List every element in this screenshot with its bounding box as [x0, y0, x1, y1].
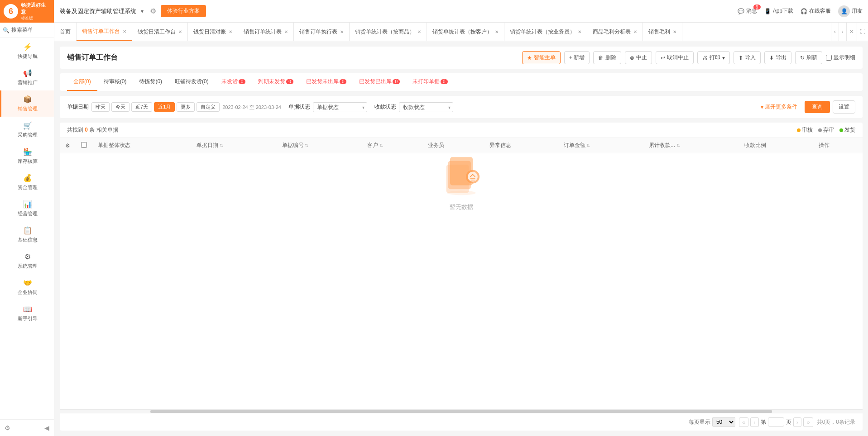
tab-maximize[interactable]: ⛶ — [857, 23, 868, 41]
page-last-btn[interactable]: » — [803, 417, 813, 427]
import-btn[interactable]: ⬆ 导入 — [734, 51, 761, 64]
show-detail-label[interactable]: 显示明细 — [826, 54, 855, 62]
sidebar-item-inventory[interactable]: 🏪 库存核算 — [0, 143, 54, 169]
date-today[interactable]: 今天 — [111, 102, 129, 112]
tab-sales-stat-goods[interactable]: 销货单统计表（按商品） ✕ — [350, 23, 427, 41]
sidebar-item-guide[interactable]: 📖 新手引导 — [0, 300, 54, 327]
filter-tab-not-shipped[interactable]: 未发货0 — [215, 73, 252, 91]
quick-ship-btn[interactable]: 发货 — [839, 126, 855, 134]
tab-scroll-left[interactable]: ‹ — [831, 23, 839, 41]
tab-sales-stat-close[interactable]: ✕ — [284, 29, 288, 34]
filter-tab-overdue[interactable]: 到期未发货0 — [252, 73, 300, 91]
topbar-settings-icon[interactable]: ⚙ — [150, 7, 156, 15]
filter-tab-shipped-not-out[interactable]: 已发货未出库0 — [300, 73, 353, 91]
payment-filter: 收款状态 收款状态 — [374, 102, 453, 112]
add-btn[interactable]: + 新增 — [564, 51, 590, 64]
date-custom[interactable]: 自定义 — [197, 102, 220, 112]
sidebar-item-marketing[interactable]: 📢 营销推广 — [0, 64, 54, 90]
tab-cash-reconcile[interactable]: 钱货日清对账 ✕ — [188, 23, 238, 41]
payment-select-wrapper[interactable]: 收款状态 — [399, 102, 453, 112]
tab-product-margin-close[interactable]: ✕ — [633, 29, 637, 34]
quick-audit-btn[interactable]: 审核 — [797, 126, 813, 134]
select-all-checkbox[interactable] — [81, 142, 87, 148]
sidebar-item-basic[interactable]: 📋 基础信息 — [0, 222, 54, 248]
page-size-select[interactable]: 50 100 200 — [712, 417, 735, 427]
tab-sales-order[interactable]: 销售订单工作台 ✕ — [77, 23, 132, 41]
status-select-wrapper[interactable]: 单据状态 — [313, 102, 367, 112]
filter-tab-all[interactable]: 全部(0) — [67, 73, 97, 91]
tab-home[interactable]: 首页 — [54, 23, 77, 41]
col-checkbox[interactable] — [76, 138, 92, 153]
tab-sales-stat[interactable]: 销售订单统计表 ✕ — [238, 23, 294, 41]
tab-sales-profit-close[interactable]: ✕ — [673, 29, 676, 34]
tab-scroll-right[interactable]: › — [839, 23, 846, 41]
col-amount[interactable]: 订单金额 — [558, 138, 643, 153]
sidebar-item-sales[interactable]: 📦 销售管理 — [0, 90, 54, 117]
filter-tab-shipped-out[interactable]: 已发货已出库0 — [353, 73, 406, 91]
page-first-btn[interactable]: « — [739, 417, 748, 427]
tab-sales-profit[interactable]: 销售毛利 ✕ — [643, 23, 682, 41]
export-btn[interactable]: ⬇ 导出 — [764, 51, 791, 64]
settings-icon[interactable]: ⚙ — [5, 424, 10, 431]
delete-btn[interactable]: 🗑 删除 — [593, 51, 621, 64]
tab-sales-stat-customer-close[interactable]: ✕ — [495, 29, 499, 34]
filter-tab-wangpu[interactable]: 旺铺待发货(0) — [168, 73, 215, 91]
tab-sales-exec[interactable]: 销售订单执行表 ✕ — [294, 23, 350, 41]
sidebar-item-system[interactable]: ⚙ 系统管理 — [0, 248, 54, 274]
show-detail-checkbox[interactable] — [826, 55, 832, 61]
print-btn[interactable]: 🖨 打印 ▾ — [697, 51, 730, 64]
col-settings[interactable]: ⚙ — [60, 138, 76, 153]
cancel-pause-btn[interactable]: ↩ 取消中止 — [656, 51, 694, 64]
sidebar-logo: 6 畅捷通好生意 标准版 — [0, 0, 54, 23]
collapse-icon[interactable]: ◀ — [44, 424, 49, 431]
tab-sales-exec-close[interactable]: ✕ — [340, 29, 344, 34]
col-customer[interactable]: 客户 — [362, 138, 422, 153]
tab-sales-stat-customer[interactable]: 销货单统计表（按客户） ✕ — [427, 23, 504, 41]
app-download-btn[interactable]: 📱 App下载 — [764, 7, 793, 15]
message-btn[interactable]: 💬 消息 6 — [738, 7, 757, 15]
smart-btn[interactable]: ★ 智能生单 — [522, 51, 561, 64]
page-next-btn[interactable]: › — [793, 417, 801, 427]
col-date[interactable]: 单据日期 — [191, 138, 276, 153]
expand-btn[interactable]: ▾ 展开更多条件 — [761, 103, 797, 111]
tab-cash-clear[interactable]: 钱货日清工作台 ✕ — [132, 23, 188, 41]
filter-tab-pending-review[interactable]: 待审核(0) — [97, 73, 133, 91]
user-label: 用友 — [852, 7, 863, 15]
refresh-btn[interactable]: ↻ 刷新 — [795, 51, 822, 64]
sidebar-search[interactable]: 🔍 搜索菜单 — [0, 23, 54, 38]
topbar-dropdown[interactable]: ▾ — [141, 8, 144, 14]
filter-tab-pending-inspect[interactable]: 待拣货(0) — [133, 73, 168, 91]
tab-sales-order-close[interactable]: ✕ — [123, 29, 126, 34]
date-1month[interactable]: 近1月 — [154, 102, 175, 112]
status-select[interactable]: 单据状态 — [313, 102, 367, 112]
page-prev-btn[interactable]: ‹ — [750, 417, 758, 427]
user-menu[interactable]: 👤 用友 — [838, 5, 863, 17]
industry-btn[interactable]: 体验行业方案 — [161, 5, 206, 17]
tab-sales-stat-staff[interactable]: 销货单统计表（按业务员） ✕ — [504, 23, 587, 41]
tab-sales-stat-staff-close[interactable]: ✕ — [578, 29, 581, 34]
quick-cancel-btn[interactable]: 弃审 — [818, 126, 834, 134]
pause-btn[interactable]: ⊗ 中止 — [625, 51, 652, 64]
date-more[interactable]: 更多 — [177, 102, 195, 112]
date-yesterday[interactable]: 昨天 — [91, 102, 110, 112]
sidebar-item-cooperation[interactable]: 🤝 企业协同 — [0, 274, 54, 300]
online-service-btn[interactable]: 🎧 在线客服 — [801, 7, 831, 15]
tab-close-all[interactable]: ✕ — [846, 23, 857, 41]
tab-sales-stat-goods-close[interactable]: ✕ — [417, 29, 421, 34]
filter-settings-btn[interactable]: 设置 — [833, 100, 855, 114]
horizontal-scrollbar[interactable] — [60, 409, 863, 413]
tab-cash-clear-close[interactable]: ✕ — [178, 29, 182, 34]
sidebar-item-operations[interactable]: 📊 经营管理 — [0, 195, 54, 222]
query-btn[interactable]: 查询 — [805, 101, 830, 113]
tab-product-margin[interactable]: 商品毛利分析表 ✕ — [587, 23, 643, 41]
sidebar-item-quick-nav[interactable]: ⚡ 快捷导航 — [0, 38, 54, 64]
col-number[interactable]: 单据编号 — [277, 138, 362, 153]
payment-select[interactable]: 收款状态 — [399, 102, 453, 112]
sidebar-item-finance[interactable]: 💰 资金管理 — [0, 169, 54, 195]
col-collected[interactable]: 累计收款... — [643, 138, 739, 153]
page-number-input[interactable]: 1 — [768, 417, 784, 427]
filter-tab-not-printed[interactable]: 未打印单据0 — [406, 73, 454, 91]
tab-cash-reconcile-close[interactable]: ✕ — [229, 29, 232, 34]
sidebar-item-purchase[interactable]: 🛒 采购管理 — [0, 117, 54, 143]
date-7days[interactable]: 近7天 — [131, 102, 152, 112]
